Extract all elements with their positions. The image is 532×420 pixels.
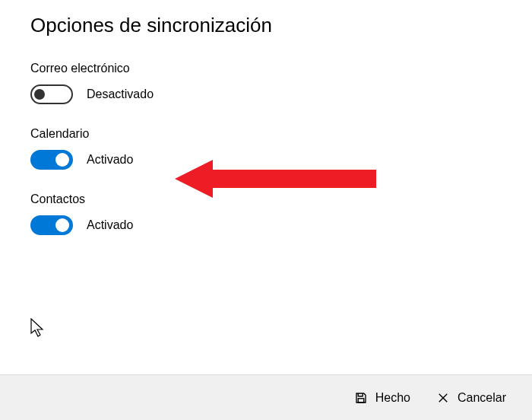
contacts-toggle-state: Activado [87,218,133,232]
calendar-toggle-state: Activado [87,153,133,167]
email-toggle-state: Desactivado [87,88,154,101]
done-label: Hecho [375,391,410,405]
calendar-label: Calendario [30,127,502,141]
done-button[interactable]: Hecho [351,387,413,409]
footer-bar: Hecho Cancelar [0,374,532,420]
page-title: Opciones de sincronización [30,14,502,37]
section-calendar: Calendario Activado [30,127,502,170]
cancel-button[interactable]: Cancelar [433,387,509,409]
toggle-knob [55,153,69,167]
calendar-toggle[interactable] [30,150,73,170]
toggle-knob [55,218,69,232]
contacts-label: Contactos [30,192,502,206]
email-toggle[interactable] [30,84,73,104]
contacts-toggle[interactable] [30,215,73,235]
section-email: Correo electrónico Desactivado [30,62,502,104]
save-icon [354,391,368,405]
email-label: Correo electrónico [30,62,502,75]
close-icon [436,391,450,405]
cancel-label: Cancelar [458,391,506,405]
toggle-knob [34,89,45,100]
svg-rect-1 [358,398,364,402]
section-contacts: Contactos Activado [30,192,502,235]
cursor-icon [30,318,46,338]
